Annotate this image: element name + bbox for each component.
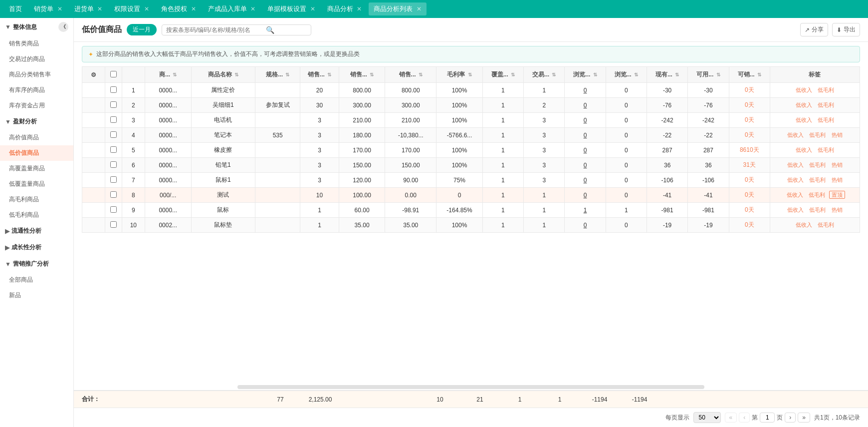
sidebar-item-low-value[interactable]: 低价值商品 [0, 145, 73, 161]
cell-checkbox[interactable] [105, 83, 122, 98]
cell-cover: 1 [482, 83, 523, 98]
cell-code: 000/... [145, 188, 191, 203]
row-checkbox[interactable] [110, 206, 117, 213]
browse1-link[interactable]: 0 [584, 192, 587, 199]
th-trade[interactable]: 交易... ⇅ [524, 67, 565, 83]
cell-checkbox[interactable] [105, 128, 122, 143]
th-browse1[interactable]: 浏览... ⇅ [565, 67, 606, 83]
cell-checkbox[interactable] [105, 143, 122, 158]
export-button[interactable]: ⬇ 导出 [832, 23, 860, 36]
th-settings[interactable]: ⚙ [82, 67, 105, 83]
cell-checkbox[interactable] [105, 98, 122, 113]
cell-checkbox[interactable] [105, 203, 122, 218]
nav-product-analysis-list-close[interactable]: ✕ [417, 5, 422, 12]
browse1-link[interactable]: 0 [584, 222, 587, 229]
nav-role-close[interactable]: ✕ [191, 5, 196, 12]
th-sale-qty[interactable]: 销售... ⇅ [300, 67, 339, 83]
prev-page-button[interactable]: ‹ [739, 413, 750, 423]
nav-sales-close[interactable]: ✕ [57, 5, 62, 12]
browse1-link[interactable]: 0 [584, 177, 587, 184]
browse1-link[interactable]: 0 [584, 162, 587, 169]
nav-role[interactable]: 角色授权 ✕ [156, 2, 201, 15]
sidebar-item-high-margin[interactable]: 高毛利商品 [0, 192, 73, 207]
browse1-link[interactable]: 0 [584, 117, 587, 124]
cell-checkbox[interactable] [105, 158, 122, 173]
th-sale-amt[interactable]: 销售... ⇅ [385, 67, 436, 83]
sidebar-item-sales-products[interactable]: 销售类商品 [0, 36, 73, 51]
nav-template[interactable]: 单据模板设置 ✕ [262, 2, 320, 15]
row-checkbox[interactable] [110, 146, 117, 153]
sidebar-item-new-products[interactable]: 新品 [0, 288, 73, 303]
th-sale-price[interactable]: 销售... ⇅ [339, 67, 385, 83]
sidebar-item-all-products[interactable]: 全部商品 [0, 272, 73, 288]
nav-product-analysis[interactable]: 商品分析 ✕ [322, 2, 367, 15]
row-checkbox[interactable] [110, 191, 117, 198]
nav-purchase[interactable]: 进货单 ✕ [69, 2, 108, 15]
th-cover[interactable]: 覆盖... ⇅ [482, 67, 523, 83]
row-checkbox[interactable] [110, 161, 117, 168]
growth-arrow: ▶ [5, 244, 9, 251]
nav-home[interactable]: 首页 [4, 2, 27, 15]
cell-checkbox[interactable] [105, 113, 122, 128]
browse1-link[interactable]: 0 [584, 102, 587, 109]
nav-product-analysis-close[interactable]: ✕ [357, 5, 362, 12]
th-stock1[interactable]: 现有... ⇅ [647, 67, 687, 83]
row-checkbox[interactable] [110, 131, 117, 138]
per-page-select[interactable]: 50 100 200 [693, 412, 721, 423]
scroll-bar-area[interactable] [74, 384, 868, 390]
sidebar-item-low-coverage[interactable]: 低覆盖量商品 [0, 176, 73, 192]
browse1-link[interactable]: 0 [584, 132, 587, 139]
nav-permission[interactable]: 权限设置 ✕ [109, 2, 154, 15]
browse1-link[interactable]: 1 [584, 207, 587, 214]
search-icon[interactable]: 🔍 [266, 26, 274, 34]
sidebar-item-high-coverage[interactable]: 高覆盖量商品 [0, 161, 73, 176]
sidebar-item-low-margin[interactable]: 低毛利商品 [0, 207, 73, 223]
th-stock2[interactable]: 可用... ⇅ [688, 67, 729, 83]
sidebar-collapse-btn[interactable]: 《 [58, 22, 68, 32]
sidebar-section-growth[interactable]: ▶ 成长性分析 [0, 239, 73, 256]
row-checkbox[interactable] [110, 116, 117, 123]
select-all-checkbox[interactable] [110, 71, 117, 77]
sidebar-item-with-stock[interactable]: 有库序的商品 [0, 82, 73, 98]
cell-checkbox[interactable] [105, 218, 122, 233]
cell-cover: 1 [482, 203, 523, 218]
sidebar-section-overview[interactable]: ▼ 整体信息 《 [0, 18, 73, 36]
last-page-button[interactable]: » [798, 413, 810, 423]
row-checkbox[interactable] [110, 176, 117, 183]
first-page-button[interactable]: « [725, 413, 737, 423]
row-checkbox[interactable] [110, 221, 117, 228]
th-sellable[interactable]: 可销... ⇅ [729, 67, 770, 83]
browse1-link[interactable]: 0 [584, 147, 587, 154]
next-page-button[interactable]: › [785, 413, 796, 423]
sidebar-item-category-sales[interactable]: 商品分类销售率 [0, 67, 73, 82]
nav-product-in-close[interactable]: ✕ [250, 5, 255, 12]
sidebar-item-stock-capital[interactable]: 库存资金占用 [0, 98, 73, 113]
scroll-thumb[interactable] [237, 385, 704, 389]
nav-product-in[interactable]: 产成品入库单 ✕ [203, 2, 261, 15]
nav-product-analysis-list[interactable]: 商品分析列表 ✕ [369, 2, 427, 15]
share-button[interactable]: ↗ 分享 [800, 23, 828, 36]
th-spec[interactable]: 规格... ⇅ [255, 67, 300, 83]
cell-checkbox[interactable] [105, 173, 122, 188]
browse1-link[interactable]: 0 [584, 87, 587, 94]
nav-sales[interactable]: 销货单 ✕ [29, 2, 67, 15]
nav-purchase-close[interactable]: ✕ [97, 5, 102, 12]
nav-template-close[interactable]: ✕ [310, 5, 315, 12]
th-browse2[interactable]: 浏览... ⇅ [606, 67, 647, 83]
th-name[interactable]: 商品名称 ⇅ [191, 67, 255, 83]
row-checkbox[interactable] [110, 101, 117, 108]
sidebar-section-marketing[interactable]: ▼ 营销推广分析 [0, 256, 73, 272]
sidebar-section-liquidity[interactable]: ▶ 流通性分析 [0, 223, 73, 239]
sidebar-section-profit[interactable]: ▼ 盈财分析 [0, 113, 73, 130]
cell-checkbox[interactable] [105, 188, 122, 203]
th-code[interactable]: 商... ⇅ [145, 67, 191, 83]
row-checkbox[interactable] [110, 86, 117, 93]
sidebar-item-traded[interactable]: 交易过的商品 [0, 51, 73, 67]
th-checkbox[interactable] [105, 67, 122, 83]
page-number-input[interactable] [760, 413, 775, 423]
nav-permission-close[interactable]: ✕ [144, 5, 149, 12]
filter-recent-month-button[interactable]: 近一月 [127, 24, 157, 35]
sidebar-item-high-value[interactable]: 高价值商品 [0, 130, 73, 145]
search-input[interactable] [166, 26, 266, 33]
th-gross[interactable]: 毛利率 ⇅ [436, 67, 483, 83]
